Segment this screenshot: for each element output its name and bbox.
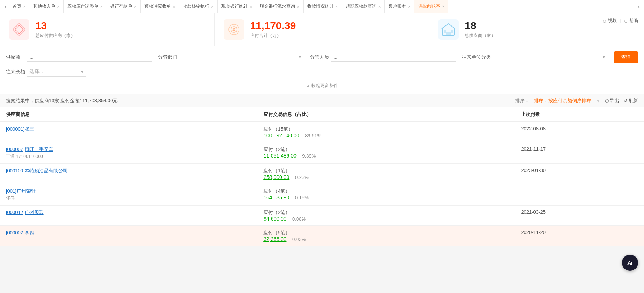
nav-tab-label: 银行存款单 [110,3,132,10]
nav-tab-cash-bank-stat[interactable]: 现金银行统计× [218,0,256,13]
collapse-button[interactable]: ∧ 收起更多条件 [6,80,638,91]
sort-value[interactable]: 排序：按应付余额倒序排序 [534,97,591,104]
dept-label: 分管部门 [158,54,177,61]
store-icon [440,21,456,38]
last-pay-cell: 2023-01-30 [515,164,644,184]
tx-amount[interactable]: 11,051,486.00 [263,153,297,159]
table-row: [000012]广州贝瑞应付（2笔） 94,600.00 0.08% 2021-… [0,206,644,226]
supplier-sub: 仔仔 [6,195,252,201]
nav-tab-customer-account[interactable]: 客户账本× [385,0,414,13]
person-input[interactable] [331,53,456,62]
table-row: [000100]本特勤油品有限公司应付（1笔） 258,000.00 0.23%… [0,164,644,184]
table-row: [000001]张三应付（15笔） 100,092,540.00 89.61% … [0,122,644,142]
last-pay-cell: 2021-11-17 [515,142,644,164]
svg-rect-6 [446,32,451,35]
tx-label: 应付（2笔） [263,146,509,153]
tx-label: 应付（15笔） [263,126,509,132]
help-link[interactable]: 帮助 [629,18,638,24]
nav-tab-home[interactable]: 首页× [9,0,29,13]
nav-tab-close-icon[interactable]: × [173,4,175,9]
filter-row-1: 供应商 分管部门 ▼ 分管人员 往来单位分类 ▼ 查询 [6,51,638,63]
summary-icon-snowflake: ¥ [224,19,244,40]
video-link[interactable]: 视频 [608,18,617,24]
nav-tab-other-income[interactable]: 其他收入单× [29,0,63,13]
filter-section: 供应商 分管部门 ▼ 分管人员 往来单位分类 ▼ 查询 往来余额 [0,46,644,94]
nav-tab-close-icon[interactable]: × [336,4,338,9]
nav-tab-receivable-exec[interactable]: 收款核销执行× [179,0,217,13]
nav-tab-close-icon[interactable]: × [297,4,299,9]
supplier-link[interactable]: [000012]广州贝瑞 [6,210,44,215]
collapse-label: 收起更多条件 [311,83,338,89]
export-button[interactable]: ⬡ 导出 [605,97,619,104]
tx-percent: 9.89% [302,153,316,159]
nav-prev-arrow[interactable]: ‹ [1,0,9,13]
nav-tab-ap-adjust[interactable]: 应收应付调整单× [64,0,106,13]
col-header-supplier: 供应商信息 [0,107,258,122]
nav-tab-label: 供应商账本 [418,3,440,9]
last-pay-cell: 2021-03-25 [515,206,644,226]
supplier-sub: 王通 17106110000 [6,154,252,160]
table-header-row: 供应商信息 应付交易信息（占比） 上次付数 [0,107,644,122]
supplier-link[interactable]: [000100]本特勤油品有限公司 [6,168,68,173]
supplier-cell: [000007]恒旺二手叉车王通 17106110000 [0,142,258,164]
dept-filter-item: 分管部门 ▼ [158,54,304,61]
nav-tab-overdue-query[interactable]: 超期应收款查询× [342,0,385,13]
nav-tab-cash-bank-flow[interactable]: 现金银行流水查询× [256,0,303,13]
table-row: [000007]恒旺二手叉车王通 17106110000应付（2笔） 11,05… [0,142,644,164]
nav-tab-supplier-account[interactable]: 供应商账本× [414,0,448,13]
tx-percent: 0.23% [295,175,309,180]
tx-amount[interactable]: 100,092,540.00 [263,132,299,138]
nav-tab-close-icon[interactable]: × [211,4,213,9]
tx-percent: 0.08% [292,216,306,222]
tx-cell: 应付（2笔） 11,051,486.00 9.89% [258,142,515,164]
last-pay-cell: 2022-08-08 [515,122,644,142]
table-row: [001]广州荣轩仔仔应付（4笔） 164,635.90 0.15% [0,184,644,206]
summary-icon-diamond [9,19,29,40]
nav-tab-close-icon[interactable]: × [23,4,25,9]
nav-tab-close-icon[interactable]: × [378,4,381,9]
nav-tab-bank-deposit[interactable]: 银行存款单× [106,0,140,13]
nav-tab-collection-stat[interactable]: 收款情况统计× [304,0,342,13]
refresh-button[interactable]: ↺ 刷新 [624,97,638,104]
supplier-cell: [000012]广州贝瑞 [0,206,258,226]
snowflake-icon: ¥ [227,22,241,37]
nav-tab-close-icon[interactable]: × [442,4,444,8]
nav-tabs: 首页×其他收入单×应收应付调整单×银行存款单×预收冲应收单×收款核销执行×现金银… [9,0,635,13]
unit-type-select[interactable]: ▼ [493,54,608,61]
dept-select[interactable]: ▼ [179,54,304,61]
top-right-links: ⊙ 视频 ｜ ⊙ 帮助 [603,18,638,24]
nav-tab-close-icon[interactable]: × [57,4,59,9]
col-header-tx: 应付交易信息（占比） [258,107,515,122]
nav-next-arrow[interactable]: › [635,0,643,13]
summary-card-total-amount: ¥ 11,170.39 应付合计（万） [215,13,430,46]
summary-section: 13 总应付供应商（家） ¥ 11,170.39 应付合计（万） [0,13,644,46]
tx-amount[interactable]: 164,635.90 [263,194,289,200]
supplier-link[interactable]: [000002]李四 [6,230,34,235]
supplier-link[interactable]: [001]广州荣轩 [6,188,36,194]
nav-tab-advance-receivable[interactable]: 预收冲应收单× [141,0,179,13]
last-pay-cell: 2020-11-20 [515,226,644,246]
query-button[interactable]: 查询 [614,51,638,63]
supplier-cell: [000002]李四 [0,226,258,246]
supplier-link[interactable]: [000001]张三 [6,126,34,132]
tx-cell: 应付（2笔） 94,600.00 0.08% [258,206,515,226]
nav-tab-label: 现金银行统计 [221,3,248,10]
filter-row-2: 往来余额 选择... ▼ [6,67,638,77]
nav-tab-close-icon[interactable]: × [408,4,410,9]
tx-amount[interactable]: 32,366.00 [263,236,286,242]
nav-tab-close-icon[interactable]: × [134,4,136,9]
last-pay-cell [515,184,644,206]
tx-amount[interactable]: 94,600.00 [263,216,286,222]
supplier-link[interactable]: [000007]恒旺二手叉车 [6,146,53,152]
balance-select[interactable]: 选择... ▼ [27,67,86,77]
summary-text-3: 18 总供应商（家） [465,21,496,39]
nav-tab-close-icon[interactable]: × [100,4,102,9]
col-header-lastpay: 上次付数 [515,107,644,122]
total-amount-num: 11,170.39 [250,21,296,31]
supplier-cell: [000100]本特勤油品有限公司 [0,164,258,184]
supplier-input[interactable] [27,53,152,62]
nav-tab-label: 首页 [13,3,21,10]
collapse-chevron-icon: ∧ [307,83,310,89]
tx-amount[interactable]: 258,000.00 [263,174,289,180]
nav-tab-close-icon[interactable]: × [250,4,252,9]
